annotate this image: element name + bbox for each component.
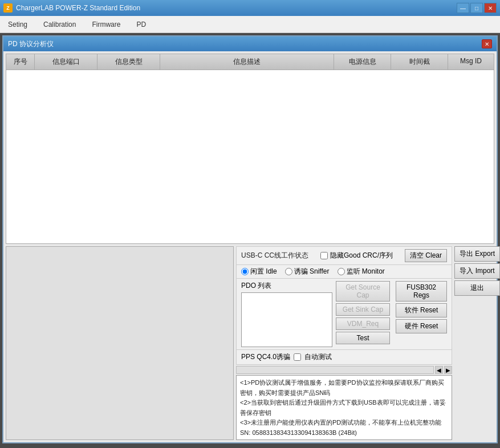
col-power: 电源信息 — [334, 54, 391, 70]
pdo-list[interactable] — [241, 292, 332, 347]
cc-checkbox-area: 隐藏Good CRC/序列 — [320, 251, 393, 260]
radio-idle: 闲置 Idle — [241, 267, 277, 276]
pdo-section: PDO 列表 Get Source Cap Get Sink Cap VDM_R… — [236, 279, 452, 350]
cc-status-row: USB-C CC线工作状态 隐藏Good CRC/序列 清空 Clear — [236, 246, 452, 265]
radio-monitor: 监听 Monitor — [338, 267, 385, 276]
minimize-button[interactable]: — — [457, 3, 469, 13]
right-buttons-col: FUSB302 Regs 软件 Reset 硬件 Reset — [396, 281, 447, 347]
app-title: ChargerLAB POWER-Z Standard Edition — [16, 4, 140, 12]
radio-sniffer-label: 诱骗 Sniffer — [294, 267, 330, 276]
radio-idle-input[interactable] — [241, 268, 249, 275]
col-port: 信息端口 — [35, 54, 97, 70]
hard-reset-button[interactable]: 硬件 Reset — [396, 319, 447, 333]
export-button[interactable]: 导出 Export — [454, 246, 500, 262]
main-window: PD 协议分析仪 ✕ 序号 信息端口 信息类型 信息描述 电源信息 时间截 Ms… — [2, 35, 498, 443]
maximize-button[interactable]: □ — [470, 3, 483, 13]
menu-pd[interactable]: PD — [128, 17, 154, 32]
radio-idle-label: 闲置 Idle — [250, 267, 277, 276]
fusb302-button[interactable]: FUSB302 Regs — [396, 281, 447, 302]
pdo-label: PDO 列表 — [241, 281, 332, 291]
pdo-buttons-col: Get Source Cap Get Sink Cap VDM_Req Test — [336, 281, 390, 347]
right-content: USB-C CC线工作状态 隐藏Good CRC/序列 清空 Clear 闲置 … — [236, 246, 500, 440]
col-type: 信息类型 — [97, 54, 160, 70]
col-desc: 信息描述 — [160, 54, 334, 70]
soft-reset-button[interactable]: 软件 Reset — [396, 303, 447, 317]
window-close-button[interactable]: ✕ — [482, 39, 492, 48]
table-area: 序号 信息端口 信息类型 信息描述 电源信息 时间截 Msg ID — [6, 54, 494, 244]
menu-firmware[interactable]: Firmware — [84, 17, 128, 32]
pps-row: PPS QC4.0诱骗 自动测试 — [236, 350, 452, 365]
title-bar-controls: — □ ✕ — [457, 3, 497, 13]
get-source-cap-button[interactable]: Get Source Cap — [336, 281, 390, 302]
radio-row: 闲置 Idle 诱骗 Sniffer 监听 Monitor — [236, 265, 452, 279]
scroll-left-arrow[interactable]: ◀ — [435, 366, 443, 374]
menu-bar: Seting Calibration Firmware PD — [0, 16, 500, 33]
get-sink-cap-button[interactable]: Get Sink Cap — [336, 303, 390, 316]
menu-seting[interactable]: Seting — [0, 17, 35, 32]
bottom-area: USB-C CC线工作状态 隐藏Good CRC/序列 清空 Clear 闲置 … — [6, 246, 494, 440]
app-icon: Z — [3, 3, 13, 13]
col-msg: Msg ID — [448, 54, 494, 70]
radio-monitor-label: 监听 Monitor — [347, 267, 385, 276]
scroll-right-arrow[interactable]: ▶ — [444, 366, 452, 374]
close-button[interactable]: ✕ — [484, 3, 497, 13]
radio-sniffer: 诱骗 Sniffer — [285, 267, 330, 276]
test-button[interactable]: Test — [336, 332, 390, 344]
left-panel — [6, 246, 234, 440]
auto-test-checkbox[interactable] — [294, 353, 301, 361]
scroll-track[interactable] — [236, 366, 434, 374]
hide-crc-checkbox[interactable] — [320, 252, 328, 259]
radio-monitor-input[interactable] — [338, 268, 345, 275]
action-buttons: 导出 Export 导入 Import 退出 — [454, 246, 500, 440]
col-time: 时间截 — [391, 54, 448, 70]
import-button[interactable]: 导入 Import — [454, 263, 500, 279]
vdm-req-button[interactable]: VDM_Req — [336, 317, 390, 330]
hide-crc-label: 隐藏Good CRC/序列 — [330, 251, 393, 260]
auto-test-label: 自动测试 — [304, 352, 332, 362]
window-title: PD 协议分析仪 — [8, 39, 54, 49]
clear-button[interactable]: 清空 Clear — [405, 249, 447, 262]
title-bar: Z ChargerLAB POWER-Z Standard Edition — … — [0, 0, 500, 16]
log-area: <1>PD协议测试属于增值服务，如需要PD协议监控和嗅探请联系厂商购买密钥，购买… — [236, 375, 452, 440]
title-bar-left: Z ChargerLAB POWER-Z Standard Edition — [3, 3, 140, 13]
menu-calibration[interactable]: Calibration — [35, 17, 84, 32]
pps-label: PPS QC4.0诱骗 — [241, 352, 290, 362]
scrollbar-area: ◀ ▶ — [236, 365, 452, 375]
right-main: USB-C CC线工作状态 隐藏Good CRC/序列 清空 Clear 闲置 … — [236, 246, 452, 440]
exit-button[interactable]: 退出 — [454, 280, 500, 296]
cc-status-label: USB-C CC线工作状态 — [241, 251, 308, 260]
window-title-bar: PD 协议分析仪 ✕ — [3, 36, 497, 51]
col-seq: 序号 — [6, 54, 35, 70]
table-header: 序号 信息端口 信息类型 信息描述 电源信息 时间截 Msg ID — [6, 54, 494, 70]
radio-sniffer-input[interactable] — [285, 268, 292, 275]
